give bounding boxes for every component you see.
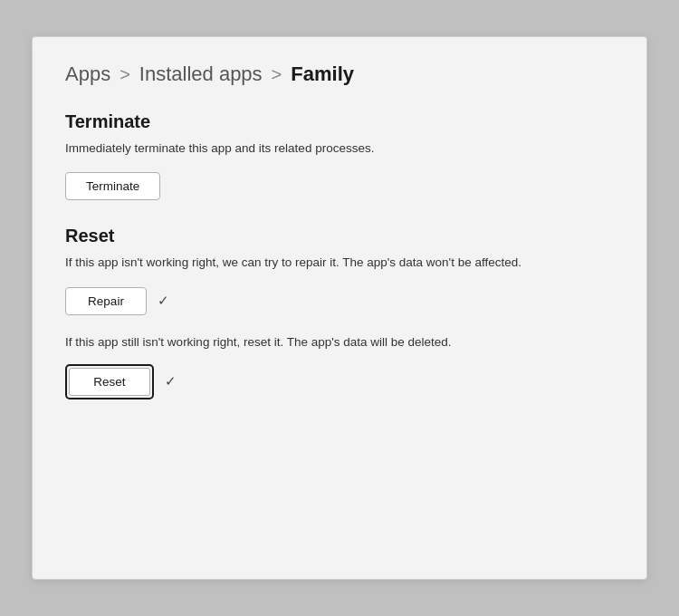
repair-checkmark: ✓ [158, 293, 169, 309]
breadcrumb-apps[interactable]: Apps [65, 63, 110, 86]
reset-button[interactable]: Reset [69, 368, 150, 396]
reset-action-row: Reset ✓ [65, 364, 614, 399]
breadcrumb-current-page: Family [291, 63, 354, 86]
terminate-title: Terminate [65, 111, 614, 132]
reset-description: If this app still isn't working right, r… [65, 333, 614, 351]
terminate-button[interactable]: Terminate [65, 172, 160, 200]
terminate-action-row: Terminate [65, 172, 614, 200]
settings-window: Apps > Installed apps > Family Terminate… [32, 36, 647, 580]
breadcrumb-separator-2: > [272, 64, 282, 85]
terminate-section: Terminate Immediately terminate this app… [65, 111, 614, 200]
repair-action-row: Repair ✓ [65, 287, 614, 315]
reset-button-wrapper: Reset [65, 364, 154, 399]
breadcrumb-separator-1: > [120, 64, 130, 85]
reset-checkmark: ✓ [165, 373, 177, 390]
repair-button[interactable]: Repair [65, 287, 147, 315]
breadcrumb: Apps > Installed apps > Family [65, 63, 614, 86]
terminate-description: Immediately terminate this app and its r… [65, 140, 614, 158]
reset-section: Reset If this app isn't working right, w… [65, 226, 614, 399]
breadcrumb-installed-apps[interactable]: Installed apps [139, 63, 263, 86]
repair-description: If this app isn't working right, we can … [65, 254, 614, 272]
reset-title: Reset [65, 226, 614, 246]
